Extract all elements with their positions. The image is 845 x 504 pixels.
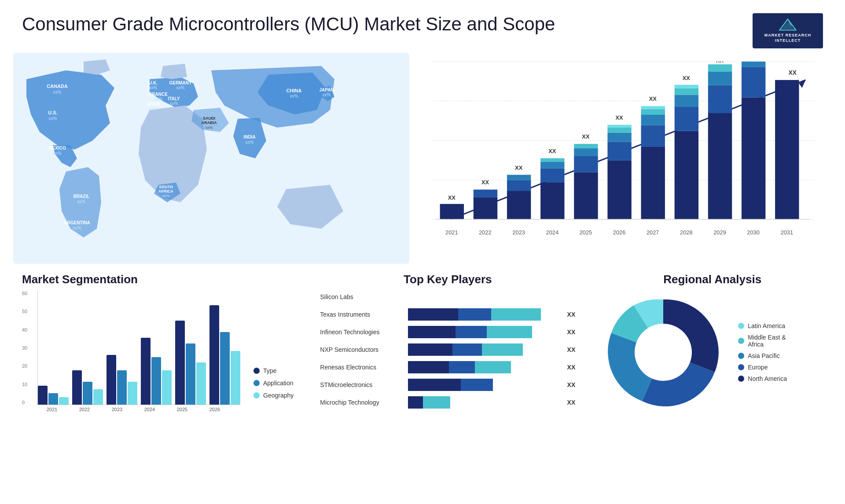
seg-x-2024: 2024 xyxy=(135,407,164,412)
svg-rect-73 xyxy=(641,106,665,109)
svg-rect-89 xyxy=(742,97,765,219)
svg-text:XX: XX xyxy=(716,62,724,64)
svg-text:xx%: xx% xyxy=(170,101,178,106)
dot-europe xyxy=(738,364,744,370)
player-bar-st xyxy=(408,379,559,391)
svg-text:U.K.: U.K. xyxy=(149,80,158,85)
svg-text:xx%: xx% xyxy=(162,194,169,198)
label-asia-pacific: Asia Pacific xyxy=(748,352,779,359)
svg-text:xx%: xx% xyxy=(246,140,254,145)
player-name-infineon: Infineon Technologies xyxy=(320,329,404,336)
seg-bar-geo-2024 xyxy=(162,370,172,405)
svg-text:AFRICA: AFRICA xyxy=(158,189,173,194)
svg-text:xx%: xx% xyxy=(149,106,158,111)
svg-rect-59 xyxy=(574,144,598,148)
svg-text:BRAZIL: BRAZIL xyxy=(73,194,90,199)
svg-rect-66 xyxy=(607,125,631,128)
seg-bar-geo-2026 xyxy=(231,351,240,405)
regional-area: Regional Analysis xyxy=(593,268,832,453)
player-bar-nxp xyxy=(408,343,559,356)
player-bar-renesas xyxy=(408,361,559,373)
seg-bar-app-2026 xyxy=(220,332,230,405)
svg-text:FRANCE: FRANCE xyxy=(149,92,168,97)
seg-x-2022: 2022 xyxy=(70,407,99,412)
dot-type xyxy=(254,368,260,374)
svg-rect-50 xyxy=(540,182,564,219)
legend-geography: Geography xyxy=(254,392,294,399)
seg-x-2021: 2021 xyxy=(37,407,66,412)
logo-icon xyxy=(779,18,797,31)
y-axis-label-10: 10 xyxy=(22,382,27,387)
svg-rect-62 xyxy=(607,161,631,219)
player-row-texas: Texas Instruments XX xyxy=(320,308,575,321)
player-row-st: STMicroelectronics XX xyxy=(320,379,575,391)
dot-latin-america xyxy=(738,323,744,329)
legend-north-america: North America xyxy=(738,375,787,382)
svg-text:XX: XX xyxy=(582,133,590,140)
seg-bar-app-2023 xyxy=(117,370,127,405)
svg-text:XX: XX xyxy=(683,75,691,81)
svg-rect-56 xyxy=(574,172,598,219)
bar-chart-container: XX 2021 XX 2022 XX 2023 xyxy=(427,62,819,237)
world-map-svg: CANADA xx% U.S. xx% MEXICO xx% BRAZIL xx… xyxy=(13,53,409,264)
seg-bar-type-2025 xyxy=(175,321,185,405)
svg-text:XX: XX xyxy=(481,179,489,186)
svg-text:XX: XX xyxy=(649,95,657,102)
seg-bar-type-2023 xyxy=(107,355,116,405)
seg-x-2025: 2025 xyxy=(168,407,197,412)
seg-bar-app-2021 xyxy=(48,393,58,405)
svg-text:xx%: xx% xyxy=(154,97,163,102)
key-players-area: Top Key Players Silicon Labs Texas Instr… xyxy=(311,268,584,453)
player-bar-infineon xyxy=(408,326,559,338)
bar-chart-svg: XX 2021 XX 2022 XX 2023 xyxy=(427,62,819,246)
logo-box: MARKET RESEARCH INTELLECT xyxy=(753,13,823,48)
svg-rect-58 xyxy=(574,148,598,156)
svg-text:2029: 2029 xyxy=(713,229,726,236)
svg-rect-70 xyxy=(641,125,665,146)
player-row-silicon-labs: Silicon Labs xyxy=(320,291,575,303)
svg-point-97 xyxy=(635,324,692,381)
label-middle-east: Middle East &Africa xyxy=(748,334,786,348)
svg-rect-65 xyxy=(607,128,631,133)
svg-text:xx%: xx% xyxy=(323,92,331,97)
svg-text:2021: 2021 xyxy=(445,229,458,236)
svg-rect-53 xyxy=(540,158,564,162)
segmentation-area: Market Segmentation 60 50 40 30 20 10 0 xyxy=(13,268,302,453)
svg-text:xx%: xx% xyxy=(149,85,158,90)
svg-text:2028: 2028 xyxy=(680,229,693,236)
legend-type: Type xyxy=(254,367,294,374)
svg-text:2026: 2026 xyxy=(613,229,626,236)
seg-legend: Type Application Geography xyxy=(254,367,294,412)
seg-bar-geo-2023 xyxy=(128,382,137,405)
seg-group-2025 xyxy=(175,321,206,405)
donut-legend: Latin America Middle East &Africa Asia P… xyxy=(738,322,787,382)
page-title: Consumer Grade Microcontrollers (MCU) Ma… xyxy=(22,13,555,35)
main-content: CANADA xx% U.S. xx% MEXICO xx% BRAZIL xx… xyxy=(0,53,845,504)
svg-text:ARABIA: ARABIA xyxy=(202,121,217,125)
svg-rect-77 xyxy=(675,106,698,131)
y-axis-label-50: 50 xyxy=(22,309,27,314)
seg-x-2023: 2023 xyxy=(103,407,132,412)
svg-text:XX: XX xyxy=(788,69,797,76)
map-area: CANADA xx% U.S. xx% MEXICO xx% BRAZIL xx… xyxy=(13,53,409,264)
svg-text:2022: 2022 xyxy=(479,229,492,236)
seg-bar-type-2022 xyxy=(72,370,82,405)
regional-title: Regional Analysis xyxy=(602,273,823,286)
legend-asia-pacific: Asia Pacific xyxy=(738,352,787,359)
seg-group-2022 xyxy=(72,370,103,405)
svg-text:XX: XX xyxy=(515,164,523,171)
svg-text:xx%: xx% xyxy=(176,85,185,90)
svg-text:INDIA: INDIA xyxy=(243,135,255,139)
legend-app-label: Application xyxy=(263,380,294,387)
svg-rect-64 xyxy=(607,133,631,142)
svg-rect-90 xyxy=(742,67,765,97)
svg-text:SOUTH: SOUTH xyxy=(159,185,173,189)
svg-rect-84 xyxy=(708,85,732,113)
svg-text:2027: 2027 xyxy=(647,229,659,236)
legend-middle-east: Middle East &Africa xyxy=(738,334,787,348)
player-value-texas: XX xyxy=(567,311,576,318)
svg-text:CANADA: CANADA xyxy=(47,84,68,89)
seg-bar-app-2024 xyxy=(151,357,161,405)
label-latin-america: Latin America xyxy=(748,322,785,329)
svg-rect-47 xyxy=(507,175,531,180)
